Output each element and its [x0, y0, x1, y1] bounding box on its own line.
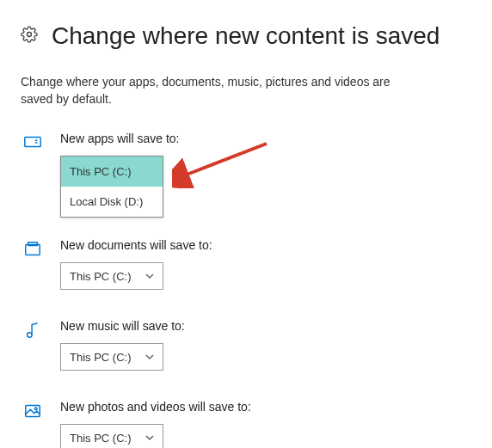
- svg-rect-1: [25, 138, 40, 147]
- music-dropdown[interactable]: This PC (C:): [60, 343, 163, 371]
- apps-dropdown-open[interactable]: This PC (C:) Local Disk (D:): [60, 156, 163, 218]
- page-subtitle: Change where your apps, documents, music…: [21, 74, 399, 107]
- section-photos: New photos and videos will save to: This…: [21, 400, 471, 448]
- svg-point-14: [34, 408, 37, 410]
- photos-dropdown[interactable]: This PC (C:): [60, 424, 163, 448]
- documents-dropdown[interactable]: This PC (C:): [60, 262, 163, 290]
- section-apps: New apps will save to: This PC (C:) Loca…: [21, 132, 471, 218]
- music-label: New music will save to:: [60, 319, 471, 333]
- photos-selected: This PC (C:): [70, 432, 132, 445]
- svg-point-0: [28, 33, 32, 37]
- gear-icon: [21, 26, 38, 46]
- chevron-down-icon: [145, 270, 154, 283]
- documents-selected: This PC (C:): [70, 270, 132, 283]
- page-title: Change where new content is saved: [52, 22, 440, 50]
- documents-label: New documents will save to:: [60, 238, 471, 252]
- svg-rect-10: [26, 245, 40, 255]
- section-documents: New documents will save to: This PC (C:): [21, 238, 471, 290]
- photos-label: New photos and videos will save to:: [60, 400, 471, 414]
- chevron-down-icon: [145, 351, 154, 364]
- documents-icon: [23, 240, 42, 262]
- dropdown-option-c[interactable]: This PC (C:): [61, 156, 163, 187]
- svg-point-12: [28, 333, 32, 338]
- apps-label: New apps will save to:: [60, 132, 471, 145]
- music-icon: [23, 321, 42, 343]
- photos-icon: [23, 402, 42, 424]
- apps-icon: [23, 133, 42, 156]
- chevron-down-icon: [145, 432, 154, 445]
- svg-rect-11: [28, 242, 38, 246]
- section-music: New music will save to: This PC (C:): [21, 319, 471, 371]
- dropdown-option-d[interactable]: Local Disk (D:): [61, 187, 163, 217]
- music-selected: This PC (C:): [70, 351, 132, 364]
- page-header: Change where new content is saved: [21, 22, 471, 50]
